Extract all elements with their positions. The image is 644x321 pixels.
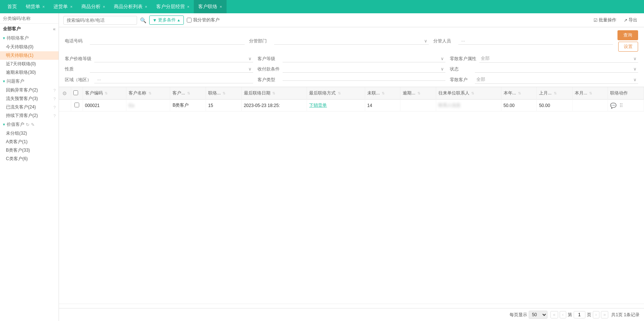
sidebar-collapse-icon[interactable]: « (53, 26, 56, 32)
filter-field-dept: 分管部门 ∨ (249, 38, 429, 45)
sort-unlocked-icon[interactable]: ⇅ (382, 91, 385, 95)
td-settings (59, 100, 71, 111)
status-chevron-icon: ∨ (633, 66, 637, 72)
help-icon-churn-warning[interactable]: ? (53, 97, 56, 101)
filter-status-select[interactable]: ∨ (475, 66, 638, 73)
filter-field-manager: 分管人员 ··· (433, 38, 613, 45)
action-icons: 💬 ⠿ (610, 103, 641, 108)
th-actions: 联络动作 (608, 87, 644, 100)
filter-field-status: 状态 ∨ (450, 66, 638, 73)
th-customer-type: 客户... ⇅ (170, 87, 206, 100)
nav-sales-order[interactable]: 销货单 × (21, 0, 49, 13)
select-all-checkbox[interactable] (73, 90, 78, 95)
sort-contact-person-icon[interactable]: ⇅ (471, 91, 474, 95)
th-last-contact-method: 最后联络方式 ⇅ (307, 87, 365, 100)
nav-close-customer-contact[interactable]: × (220, 4, 222, 9)
nav-customer-tier[interactable]: 客户分层经营 × (152, 0, 194, 13)
sidebar-item-class-a[interactable]: A类客户(1) (0, 138, 59, 146)
td-name: Ea (126, 100, 170, 111)
last-method-link[interactable]: 下销货单 (309, 103, 327, 108)
filter-gender-select[interactable]: ∨ (90, 66, 253, 73)
sort-this-month-icon[interactable]: ⇅ (589, 91, 592, 95)
page-size-select[interactable]: 50 100 200 (529, 311, 547, 319)
manager-dots-icon[interactable]: ··· (461, 38, 465, 44)
row-checkbox[interactable] (74, 103, 79, 107)
nav-product-analysis-list[interactable]: 商品分析列表 × (109, 0, 151, 13)
nav-close-purchase-order[interactable]: × (70, 4, 72, 9)
td-overdue (400, 100, 436, 111)
nav-product-analysis[interactable]: 商品分析 × (77, 0, 109, 13)
sidebar-item-tomorrow-pending[interactable]: 明天待联络(1) (0, 51, 59, 60)
next-page-button[interactable]: › (593, 311, 599, 318)
nav-customer-contact[interactable]: 客户联络 × (194, 0, 226, 13)
filter-manager-select[interactable]: ··· (458, 38, 613, 45)
sidebar-item-churn-warning[interactable]: 流失预警客户(3) ? (0, 94, 59, 103)
nav-close-customer-tier[interactable]: × (187, 4, 189, 9)
sort-contact-icon[interactable]: ⇅ (223, 91, 225, 95)
help-icon-churned[interactable]: ? (53, 105, 56, 110)
nav-close-sales-order[interactable]: × (42, 4, 45, 9)
value-group-edit-icon[interactable]: ✎ (31, 122, 35, 127)
table-gear-icon[interactable]: ⚙ (62, 90, 67, 96)
sidebar-all-customers[interactable]: 全部客户 « (0, 24, 59, 34)
filter-customer-level-select[interactable]: ∨ (283, 55, 446, 62)
nav-home[interactable]: 首页 (3, 0, 21, 13)
sidebar-item-unclassified[interactable]: 未分组(32) (0, 129, 59, 138)
sidebar-search-input[interactable] (3, 16, 58, 21)
sidebar-item-declining[interactable]: 持续下滑客户(2) ? (0, 111, 59, 120)
row-action-comment-icon[interactable]: 💬 (610, 103, 616, 108)
filter-more-conditions-button[interactable]: ▼ 更多条件 ▲ (149, 15, 184, 25)
query-button[interactable]: 查询 (617, 30, 638, 40)
th-last-month: 上月... ⇅ (537, 87, 573, 100)
total-records-label: 共1页 1条记录 (611, 312, 640, 318)
nav-close-product-analysis[interactable]: × (103, 4, 105, 9)
filter-customer-type-select[interactable] (283, 79, 446, 81)
sidebar-item-overdue-pending[interactable]: 逾期未联络(30) (0, 68, 59, 77)
first-page-button[interactable]: « (550, 311, 558, 318)
sidebar-item-today-pending[interactable]: 今天待联络(0) (0, 43, 59, 51)
filter-price-level-select[interactable]: ∨ (94, 55, 253, 62)
help-icon-abnormal[interactable]: ? (53, 88, 56, 93)
sort-type-icon[interactable]: ⇅ (187, 91, 190, 95)
sort-last-month-icon[interactable]: ⇅ (554, 91, 557, 95)
filter-search-input[interactable] (63, 16, 137, 25)
batch-ops-button[interactable]: ☑ 批量操作 (591, 16, 619, 24)
help-icon-declining[interactable]: ? (53, 114, 56, 118)
filter-phone-input[interactable] (90, 38, 245, 45)
sidebar-item-class-c[interactable]: C类客户(6) (0, 155, 59, 163)
sort-date-icon[interactable]: ⇅ (272, 91, 275, 95)
sort-code-icon[interactable]: ⇅ (105, 91, 108, 95)
prev-page-button[interactable]: ‹ (560, 311, 566, 318)
retail-attr-chevron-icon: ∨ (633, 56, 637, 61)
sort-year-icon[interactable]: ⇅ (518, 91, 521, 95)
set-button[interactable]: 设置 (618, 42, 638, 52)
last-page-button[interactable]: » (601, 311, 609, 318)
nav-close-product-analysis-list[interactable]: × (145, 4, 147, 9)
region-dots-icon[interactable]: ··· (97, 77, 101, 82)
filter-payment-select[interactable]: ∨ (283, 66, 446, 73)
horizontal-scrollbar[interactable] (59, 304, 644, 308)
sidebar-item-class-b[interactable]: B类客户(33) (0, 146, 59, 155)
sort-method-icon[interactable]: ⇅ (338, 91, 341, 95)
adv-filter-row-4: 区域（地区） ··· 客户类型 零散客户 全部 ∨ (65, 76, 638, 84)
value-group-refresh-icon[interactable]: ↻ (26, 122, 29, 127)
sidebar-item-7days-pending[interactable]: 近7天待联络(0) (0, 60, 59, 68)
filter-retail-select[interactable]: 全部 ∨ (475, 76, 638, 84)
filter-dept-select[interactable]: ∨ (274, 38, 429, 45)
nav-purchase-order[interactable]: 进货单 × (49, 0, 77, 13)
advanced-filter-panel: 电话号码 分管部门 ∨ 分管人员 ··· (59, 27, 644, 87)
export-button[interactable]: ↗ 导出 (622, 16, 640, 24)
sidebar-item-abnormal-repurchase[interactable]: 回购异常客户(2) ? (0, 86, 59, 94)
filter-my-customers-checkbox[interactable]: 我分管的客户 (187, 17, 220, 23)
row-action-menu-icon[interactable]: ⠿ (619, 103, 623, 108)
sort-overdue-icon[interactable]: ⇅ (417, 91, 420, 95)
my-customers-checkbox-input[interactable] (187, 18, 192, 23)
sidebar-item-churned[interactable]: 已流失客户(24) ? (0, 103, 59, 111)
price-level-chevron-icon: ∨ (248, 56, 252, 61)
sort-name-icon[interactable]: ⇅ (148, 91, 151, 95)
page-number-input[interactable] (574, 311, 585, 318)
sidebar-group-pending: 待联络客户 (0, 34, 59, 43)
filter-retail-attr-select[interactable]: 全部 ∨ (479, 55, 638, 63)
filter-region-select[interactable]: ··· (94, 76, 253, 83)
filter-search-button[interactable]: 🔍 (140, 17, 146, 23)
